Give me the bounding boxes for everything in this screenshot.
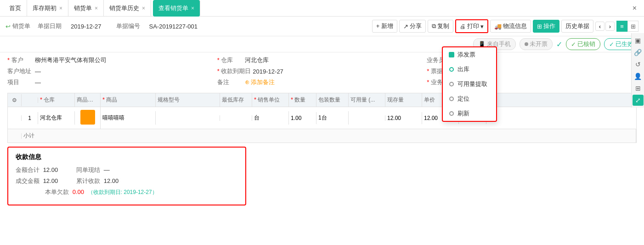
dropdown-item-invoice[interactable]: 添发票 [443, 47, 496, 62]
right-icon-2[interactable]: 🔗 [633, 47, 644, 58]
print-dropdown-icon: ▾ [480, 23, 484, 30]
tab-sales-order-label: 销货单 [74, 4, 92, 12]
cumulative-field: 累计收款 12.00 [76, 177, 119, 185]
operation-dropdown: 添发票 出库 可用量提取 定位 刷新 [442, 46, 497, 122]
address-value: — [35, 68, 41, 75]
share-button[interactable]: ↗ 分享 [399, 20, 426, 33]
next-button[interactable]: › [605, 22, 615, 31]
table-sum-row: 小计 [7, 129, 637, 143]
row-product: 嘻嘻嘻嘻 [101, 111, 156, 125]
row-avail [349, 115, 385, 121]
prev-button[interactable]: ‹ [595, 22, 604, 31]
invoice-status-badge[interactable]: 未开票 [520, 38, 553, 50]
dropdown-item-locate[interactable]: 定位 [443, 91, 496, 106]
deal-label: 成交金额 [16, 177, 40, 184]
dropdown-item-outbound[interactable]: 出库 [443, 62, 496, 77]
row-seq: 1 [22, 112, 38, 124]
toolbar: + 新增 ↗ 分享 ⧉ 复制 🖨 打印 ▾ 🚚 物流信息 ⊞ 操作 [372, 19, 638, 33]
dropdown-item-refresh[interactable]: 刷新 [443, 106, 496, 121]
row-gear [8, 115, 22, 121]
payment-title: 收款信息 [16, 153, 238, 161]
deal-field: 成交金额 12.00 [16, 177, 58, 185]
tab-bar: 首页 库存期初 × 销货单 × 销货单历史 × 查看销货单 × × [0, 0, 644, 17]
verified-status-badge[interactable]: ✓ 已核销 [566, 38, 600, 50]
row-image [75, 107, 101, 129]
invoice-status-dot [525, 42, 528, 46]
tab-sales-history[interactable]: 销货单历史 × [104, 0, 151, 17]
verify-area: ✓ [556, 40, 562, 49]
right-icon-5[interactable]: ⊞ [633, 83, 644, 94]
row-spec [156, 115, 220, 121]
th-minstock: 最低库存 [220, 93, 252, 107]
row-warehouse: 河北仓库 [38, 111, 75, 125]
history-button[interactable]: 历史单据 [561, 20, 593, 33]
payment-info: 收款信息 金额合计 12.00 同单现结 — 成交金额 12.00 累计收款 [7, 147, 246, 205]
note-add-text: 添加备注 [251, 79, 275, 85]
tab-view-sales-close[interactable]: × [191, 5, 194, 11]
right-icon-1[interactable]: ▣ [633, 35, 644, 46]
tab-inventory-init[interactable]: 库存期初 × [27, 0, 68, 17]
dropdown-item-avail[interactable]: 可用量提取 [443, 77, 496, 91]
print-button[interactable]: 🖨 打印 ▾ [455, 19, 488, 33]
form-icon: ↩ [6, 23, 11, 30]
project-value: — [35, 79, 41, 86]
right-icon-4[interactable]: 👤 [633, 71, 644, 82]
row-stock: 12.00 [385, 112, 422, 124]
customer-label: 客户 [7, 56, 33, 64]
tab-sales-order-close[interactable]: × [95, 5, 98, 11]
circle-outline-icon2 [449, 97, 454, 101]
window-close-button[interactable]: × [629, 4, 640, 12]
tab-view-sales[interactable]: 查看销货单 × [153, 0, 200, 17]
right-icon-expand[interactable]: ⤢ [633, 95, 644, 106]
note-field: 备注 ⊕ 添加备注 [217, 78, 427, 86]
copy-button[interactable]: ⧉ 复制 [428, 20, 453, 33]
effective-icon: ✓ [609, 41, 614, 48]
customer-value: 柳州粤港平安气体有限公司 [35, 56, 107, 64]
new-button[interactable]: + 新增 [372, 20, 397, 33]
tab-sales-history-close[interactable]: × [142, 5, 145, 11]
tab-sales-history-label: 销货单历史 [109, 4, 139, 12]
plus-icon: ⊕ [245, 79, 249, 85]
th-avail: 可用量 (... [349, 93, 385, 107]
tab-inventory-close[interactable]: × [59, 5, 62, 11]
tab-home[interactable]: 首页 [4, 0, 27, 17]
payment-total-value: 12.00 [43, 166, 58, 173]
logistics-button[interactable]: 🚚 物流信息 [490, 20, 531, 33]
verified-label: 已核销 [577, 40, 595, 48]
square-icon [449, 52, 454, 57]
new-button-label: + 新增 [376, 22, 393, 30]
due-label: 本单欠款 [45, 188, 69, 195]
tab-inventory-label: 库存期初 [33, 4, 56, 12]
deal-value: 12.00 [43, 177, 58, 184]
row-qty: 1.00 [289, 112, 316, 124]
form-row-2: 客户地址 — 收款到期日 2019-12-27 票据类型 不开票 [7, 67, 637, 75]
print-icon: 🖨 [460, 23, 466, 30]
due-field: 本单欠款 0.00 （收款到期日: 2019-12-27） [45, 188, 158, 196]
th-gear[interactable]: ⚙ [8, 94, 22, 106]
th-seq [22, 97, 38, 103]
print-button-label: 打印 [467, 22, 479, 30]
cumulative-label: 累计收款 [76, 177, 100, 184]
share-icon: ↗ [403, 23, 408, 30]
copy-icon: ⧉ [432, 23, 436, 30]
form-header: ↩ 销货单 单据日期 2019-12-27 单据编号 SA-20191227-0… [0, 17, 644, 36]
bottom-section: 收款信息 金额合计 12.00 同单现结 — 成交金额 12.00 累计收款 [0, 143, 644, 209]
th-packqty: 包装数量 [316, 93, 349, 107]
row-minstock [220, 115, 252, 121]
verify-icon: ✓ [556, 40, 562, 49]
outbound-icon [448, 66, 455, 73]
warehouse-label: 仓库 [217, 56, 243, 64]
cumulative-value: 12.00 [104, 177, 119, 184]
view-grid-button[interactable]: ⊞ [627, 21, 638, 32]
tab-sales-order[interactable]: 销货单 × [68, 0, 104, 17]
address-field: 客户地址 — [7, 67, 217, 75]
right-icon-3[interactable]: ↺ [633, 59, 644, 70]
note-add-link[interactable]: ⊕ 添加备注 [245, 78, 275, 86]
row-packqty: 1台 [316, 111, 349, 125]
view-list-button[interactable]: ≡ [616, 21, 627, 32]
operation-button[interactable]: ⊞ 操作 [533, 20, 559, 33]
dropdown-avail-label: 可用量提取 [458, 80, 487, 88]
th-unit: * 销售单位 [252, 93, 289, 107]
th-qty: * 数量 [289, 93, 316, 107]
payment-date-value: 2019-12-27 [253, 68, 283, 75]
